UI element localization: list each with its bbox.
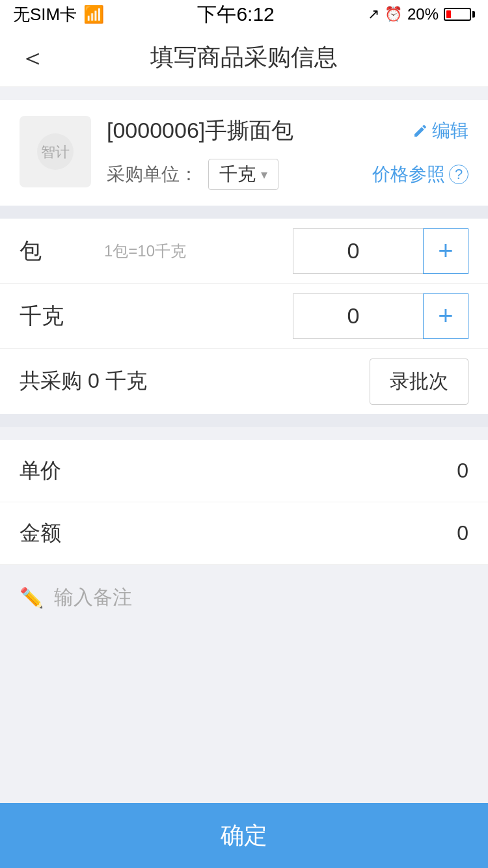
confirm-button[interactable]: 确定 <box>0 803 488 868</box>
input-section: 包 1包=10千克 + 千克 + 共采购 0 千克 录批次 <box>0 219 488 414</box>
status-left: 无SIM卡 📶 <box>13 3 104 26</box>
price-ref-button[interactable]: 价格参照 ? <box>372 162 468 187</box>
bao-sublabel: 1包=10千克 <box>104 241 293 262</box>
bao-input-wrap: + <box>293 228 468 274</box>
edit-icon <box>413 123 428 139</box>
unit-row: 采购单位： 千克 ▾ 价格参照 ? <box>107 159 468 190</box>
nav-bar: ＜ 填写商品采购信息 <box>0 29 488 87</box>
status-right: ↗ ⏰ 20% <box>368 5 475 23</box>
kg-row: 千克 + <box>0 284 488 349</box>
section-divider-2 <box>0 414 488 427</box>
amount-value: 0 <box>457 521 468 545</box>
summary-text: 共采购 0 千克 <box>20 367 147 396</box>
amount-row: 金额 0 <box>0 502 488 565</box>
carrier-label: 无SIM卡 <box>13 3 77 26</box>
product-image: 智计 <box>20 116 91 187</box>
kg-plus-button[interactable]: + <box>423 293 468 339</box>
notes-section[interactable]: ✏️ 输入备注 <box>0 565 488 773</box>
status-time: 下午6:12 <box>197 1 274 28</box>
notes-placeholder: 输入备注 <box>54 584 132 611</box>
unit-price-value: 0 <box>457 459 468 483</box>
section-divider-1 <box>0 206 488 219</box>
bao-row: 包 1包=10千克 + <box>0 219 488 284</box>
bao-input[interactable] <box>293 228 423 274</box>
unit-label: 采购单位： <box>107 162 198 187</box>
unit-price-row: 单价 0 <box>0 440 488 502</box>
back-button[interactable]: ＜ <box>20 40 46 75</box>
help-icon: ? <box>449 165 468 184</box>
page-title: 填写商品采购信息 <box>150 42 338 74</box>
product-name-row: [0000006]手撕面包 编辑 <box>107 116 468 146</box>
unit-select[interactable]: 千克 ▾ <box>208 159 278 190</box>
info-section: 单价 0 金额 0 <box>0 440 488 565</box>
location-icon: ↗ <box>368 6 379 23</box>
unit-price-label: 单价 <box>20 457 61 485</box>
amount-label: 金额 <box>20 519 61 548</box>
svg-text:智计: 智计 <box>41 144 70 160</box>
notes-inner: ✏️ 输入备注 <box>20 584 468 611</box>
summary-row: 共采购 0 千克 录批次 <box>0 349 488 414</box>
batch-button[interactable]: 录批次 <box>370 359 468 405</box>
kg-input[interactable] <box>293 293 423 339</box>
kg-input-wrap: + <box>293 293 468 339</box>
bao-label: 包 <box>20 236 98 266</box>
product-info: [0000006]手撕面包 编辑 采购单位： 千克 ▾ 价格参照 ? <box>107 116 468 190</box>
alarm-icon: ⏰ <box>385 6 402 23</box>
bao-plus-button[interactable]: + <box>423 228 468 274</box>
pencil-icon: ✏️ <box>20 586 44 609</box>
chevron-down-icon: ▾ <box>261 167 267 182</box>
product-name: [0000006]手撕面包 <box>107 116 293 146</box>
edit-button[interactable]: 编辑 <box>413 118 468 143</box>
wifi-icon: 📶 <box>83 5 104 25</box>
status-bar: 无SIM卡 📶 下午6:12 ↗ ⏰ 20% <box>0 0 488 29</box>
product-section: 智计 [0000006]手撕面包 编辑 采购单位： 千克 ▾ 价格参照 <box>0 100 488 206</box>
battery-icon <box>444 8 475 21</box>
kg-label: 千克 <box>20 301 98 331</box>
battery-pct: 20% <box>407 5 439 23</box>
